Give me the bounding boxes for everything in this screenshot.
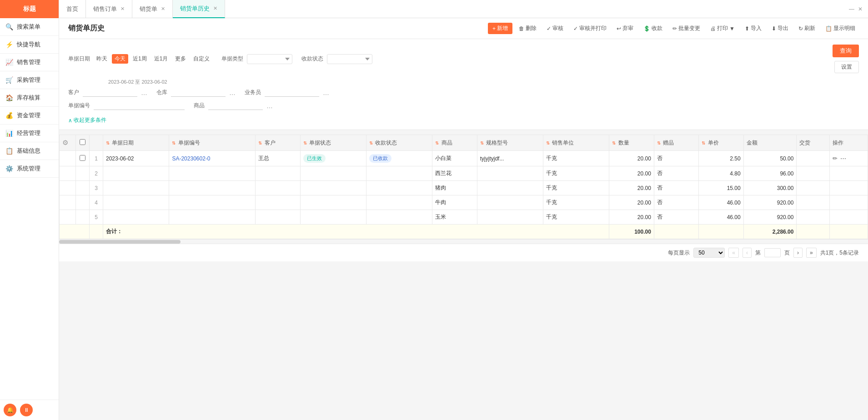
tab-close-sales-order[interactable]: ✕ (120, 6, 125, 12)
refresh-button[interactable]: ↻ 刷新 (795, 23, 819, 34)
column-settings-icon[interactable]: ⚙ (62, 139, 68, 146)
th-unit-price[interactable]: ⇅ 单价 (699, 135, 743, 151)
th-goods[interactable]: ⇅ 商品 (432, 135, 477, 151)
th-unit[interactable]: ⇅ 销售单位 (543, 135, 609, 151)
per-page-select[interactable]: 50 20 100 (693, 248, 725, 258)
th-checkbox[interactable] (76, 135, 90, 151)
td-doc-number[interactable]: SA-20230602-0 (169, 151, 256, 166)
th-spec[interactable]: ⇅ 规格型号 (477, 135, 543, 151)
td-row-num: 1 (90, 151, 103, 166)
close-all-btn[interactable]: ✕ (858, 6, 863, 12)
doc-number-link[interactable]: SA-20230602-0 (172, 155, 210, 162)
select-all-checkbox[interactable] (80, 139, 85, 145)
filter-settings-button[interactable]: 设置 (834, 61, 859, 73)
td-summary-empty-1 (90, 225, 103, 239)
sidebar-item-finance-mgmt[interactable]: 💰 资金管理 (0, 107, 59, 125)
filter-row-date-range: 2023-06-02 至 2023-06-02 (68, 78, 859, 85)
td-settings (60, 151, 76, 166)
td-customer: 王总 (256, 151, 300, 166)
sidebar-item-inventory[interactable]: 🏠 库存核算 (0, 89, 59, 107)
tab-close-sales-history[interactable]: ✕ (213, 5, 217, 11)
customer-dots[interactable]: … (141, 89, 147, 96)
operations-icon: 📊 (5, 130, 13, 137)
payment-badge: 已收款 (369, 154, 391, 163)
delete-icon: 🗑 (519, 25, 524, 32)
filter-row-1: 单据日期 昨天 今天 近1周 近1月 更多 自定义 单据类型 (68, 45, 859, 73)
last-page-button[interactable]: » (806, 248, 817, 258)
sidebar-pause-icon[interactable]: ⏸ (20, 404, 33, 416)
delete-button[interactable]: 🗑 删除 (515, 23, 540, 34)
doc-type-select[interactable] (247, 54, 292, 64)
sidebar-item-quick-nav[interactable]: ⚡ 快捷导航 (0, 36, 59, 54)
sidebar-item-search-menu[interactable]: 🔍 搜索菜单 (0, 18, 59, 36)
import-button[interactable]: ⬆ 导入 (741, 23, 765, 34)
export-icon: ⬇ (772, 25, 776, 32)
th-settings[interactable]: ⚙ (60, 135, 76, 151)
th-customer[interactable]: ⇅ 客户 (256, 135, 300, 151)
date-tab-yesterday[interactable]: 昨天 (94, 54, 110, 64)
customer-input[interactable] (83, 88, 137, 97)
sidebar-item-sales-mgmt[interactable]: 📈 销售管理 (0, 54, 59, 71)
doc-number-input[interactable] (94, 101, 185, 110)
th-payment-status[interactable]: ⇅ 收款状态 (366, 135, 432, 151)
date-tab-more[interactable]: 更多 (172, 54, 189, 64)
goods-input[interactable] (208, 101, 263, 110)
audit-print-button[interactable]: ✓ 审核并打印 (570, 23, 610, 34)
new-button[interactable]: + 新增 (488, 23, 512, 34)
audit-button[interactable]: ✓ 审核 (543, 23, 567, 34)
payment-status-select[interactable] (327, 54, 372, 64)
sidebar-user-icon[interactable]: 🔔 (4, 404, 16, 416)
edit-action-icon[interactable]: ✏ (833, 155, 838, 162)
next-page-button[interactable]: › (793, 248, 803, 258)
goods-dots[interactable]: … (266, 102, 273, 110)
collect-button[interactable]: 💲 收款 (640, 23, 666, 34)
warehouse-dots[interactable]: … (229, 89, 236, 96)
date-tab-custom[interactable]: 自定义 (191, 54, 212, 64)
th-doc-status[interactable]: ⇅ 单据状态 (300, 135, 366, 151)
date-tab-last7[interactable]: 近1周 (130, 54, 150, 64)
page-unit: 页 (784, 249, 790, 257)
toolbar: + 新增 🗑 删除 ✓ 审核 ✓ 审核并打印 ↩ 弃审 (488, 23, 859, 34)
salesperson-input[interactable] (265, 88, 319, 97)
tab-sales-goods[interactable]: 销货单 ✕ (132, 0, 173, 18)
th-gift[interactable]: ⇅ 赠品 (654, 135, 698, 151)
th-doc-date[interactable]: ⇅ 单据日期 (103, 135, 169, 151)
print-button[interactable]: 🖨 打印 ▼ (707, 23, 738, 34)
tab-home[interactable]: 首页 (59, 0, 86, 18)
scrollbar-thumb[interactable] (59, 240, 181, 244)
abandon-button[interactable]: ↩ 弃审 (613, 23, 637, 34)
show-detail-button[interactable]: 📋 显示明细 (822, 23, 859, 34)
sidebar-item-system-mgmt[interactable]: ⚙️ 系统管理 (0, 160, 59, 178)
warehouse-input[interactable] (171, 88, 226, 97)
date-tab-today[interactable]: 今天 (112, 54, 128, 64)
first-page-button[interactable]: « (728, 248, 739, 258)
doc-type-label: 单据类型 (221, 55, 243, 63)
sidebar-bottom: 🔔 ⏸ (0, 400, 59, 420)
tab-close-sales-goods[interactable]: ✕ (161, 6, 165, 12)
summary-row: 合计： 100.00 2,286.00 (60, 225, 868, 239)
td-goods: 玉米 (432, 210, 477, 225)
th-trade: 交货 (797, 135, 829, 151)
page-number-input[interactable]: 1 (764, 248, 781, 257)
query-button[interactable]: 查询 (833, 45, 859, 57)
sidebar-item-basic-info[interactable]: 📋 基础信息 (0, 142, 59, 160)
sidebar-item-purchase-mgmt[interactable]: 🛒 采购管理 (0, 71, 59, 89)
export-button[interactable]: ⬇ 导出 (768, 23, 792, 34)
th-quantity[interactable]: ⇅ 数量 (609, 135, 654, 151)
salesperson-dots[interactable]: … (323, 89, 329, 96)
tab-sales-history[interactable]: 销货单历史 ✕ (173, 0, 225, 18)
td-checkbox[interactable] (76, 151, 90, 166)
prev-page-button[interactable]: ‹ (743, 248, 752, 258)
th-doc-number[interactable]: ⇅ 单据编号 (169, 135, 256, 151)
horizontal-scrollbar[interactable] (59, 239, 868, 244)
tab-sales-order[interactable]: 销售订单 ✕ (86, 0, 132, 18)
date-tab-last30[interactable]: 近1月 (151, 54, 171, 64)
minimize-btn[interactable]: — (849, 6, 854, 12)
row-checkbox[interactable] (80, 155, 85, 161)
td-unit-price: 46.00 (699, 195, 743, 210)
sort-icon: ⇅ (106, 140, 110, 145)
sidebar-item-operations[interactable]: 📊 经营管理 (0, 125, 59, 142)
more-action-icon[interactable]: ⋯ (840, 155, 846, 162)
batch-change-button[interactable]: ✏ 批量变更 (669, 23, 704, 34)
collapse-button[interactable]: ∧ 收起更多条件 (68, 116, 859, 124)
